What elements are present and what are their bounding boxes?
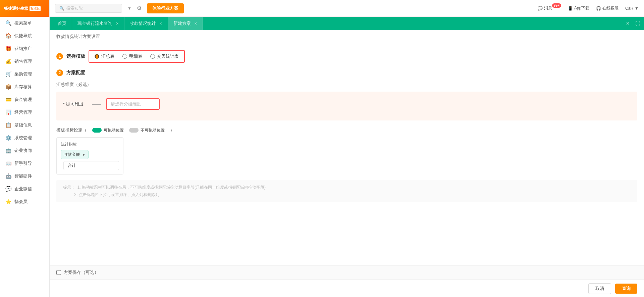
marketing-icon: 🎁: [5, 46, 12, 52]
sidebar-item-marketing[interactable]: 🎁 营销推广: [0, 42, 49, 55]
save-checkbox[interactable]: [56, 270, 61, 275]
sidebar-label-search-menu: 搜索菜单: [14, 20, 32, 26]
sidebar-item-purchase[interactable]: 🛒 采购管理: [0, 68, 49, 81]
maximize-icon[interactable]: ⛶: [634, 19, 641, 28]
sidebar-item-basic-info[interactable]: 📋 基础信息: [0, 119, 49, 132]
search-placeholder: 搜索功能: [66, 5, 83, 11]
app-download-label: App下载: [574, 5, 589, 11]
template-selector: 汇总表 明细表 交叉统计表: [89, 50, 185, 63]
sales-icon: 💰: [5, 58, 12, 64]
system-icon: ⚙️: [5, 135, 12, 141]
save-option-label: 方案保存（可选）: [64, 269, 99, 276]
search-menu-icon: 🔍: [5, 20, 12, 26]
tab-receipt-stat[interactable]: 收款情况统计 ✕: [124, 17, 168, 30]
sidebar-item-enterprise[interactable]: 🏢 企业协同: [0, 144, 49, 157]
sidebar-item-search-menu[interactable]: 🔍 搜索菜单: [0, 17, 49, 30]
message-button[interactable]: 💬 消息 99+: [538, 5, 561, 11]
trial-button[interactable]: 体验行业方案: [147, 3, 184, 13]
radio-detail-input[interactable]: [122, 54, 127, 59]
radio-detail[interactable]: 明细表: [122, 53, 142, 59]
sidebar-label-marketing: 营销推广: [14, 46, 32, 52]
summary-dimension: 汇总维度（必选） * 纵向维度 —— 请选择分组维度: [56, 82, 637, 120]
tab-receipt-stat-close[interactable]: ✕: [159, 21, 162, 26]
search-box[interactable]: 🔍 搜索功能: [55, 4, 122, 13]
sidebar-item-member[interactable]: ⭐ 畅会员: [0, 195, 49, 208]
message-icon: 💬: [538, 6, 543, 11]
sidebar-label-basic-info: 基础信息: [14, 122, 32, 128]
radio-cross-label: 交叉统计表: [157, 53, 179, 59]
user-name[interactable]: CaR ▼: [625, 6, 639, 11]
sidebar-label-guide: 新手引导: [14, 160, 32, 166]
sidebar-item-capital[interactable]: 💳 资金管理: [0, 93, 49, 106]
gear-icon[interactable]: ⚙: [137, 5, 142, 11]
quick-nav-icon: 🏠: [5, 33, 12, 39]
save-option: 方案保存（可选）: [50, 265, 644, 280]
close-window-icon[interactable]: ✕: [625, 19, 631, 28]
metrics-config-suffix: ）: [170, 127, 174, 133]
sidebar-item-system[interactable]: ⚙️ 系统管理: [0, 132, 49, 144]
fixed-item: 不可拖动位置: [129, 128, 165, 133]
tips-area: 提示： 1. 拖动标题栏可以调整布局，不可跨维度或指标区域拖动栏目字段(只能在同…: [56, 180, 637, 202]
dimension-arrow: ——: [92, 102, 101, 107]
form-area: 1 选择模板 汇总表 明细表 交叉统计表: [50, 43, 644, 265]
tab-bank-flow[interactable]: 现金银行流水查询 ✕: [72, 17, 124, 30]
breadcrumb: 收款情况统计方案设置: [56, 34, 100, 39]
radio-summary-input[interactable]: [95, 54, 99, 59]
capital-icon: 💳: [5, 97, 12, 103]
query-button[interactable]: 查询: [615, 284, 637, 294]
guide-icon: 📖: [5, 160, 12, 166]
sidebar-item-wechat[interactable]: 💬 企业微信: [0, 183, 49, 195]
sidebar-item-quick-nav[interactable]: 🏠 快捷导航: [0, 30, 49, 42]
fixed-label: 不可拖动位置: [141, 128, 165, 133]
online-service-button[interactable]: 🎧 在线客服: [596, 5, 619, 11]
summary-dimension-label: 汇总维度（必选）: [56, 82, 637, 88]
cancel-button[interactable]: 取消: [588, 283, 611, 294]
page-content: 收款情况统计方案设置 1 选择模板 汇总表 明细表: [50, 30, 644, 297]
step2-title: 方案配置: [66, 70, 85, 76]
tab-home-label: 首页: [58, 20, 66, 27]
wechat-icon: 💬: [5, 186, 12, 192]
sidebar-item-operation[interactable]: 📊 经营管理: [0, 106, 49, 119]
radio-cross-input[interactable]: [150, 54, 155, 59]
purchase-icon: 🛒: [5, 71, 12, 77]
tab-home[interactable]: 首页: [52, 17, 72, 30]
sidebar-item-sales[interactable]: 💰 销售管理: [0, 55, 49, 68]
radio-cross[interactable]: 交叉统计表: [150, 53, 179, 59]
tab-new-scheme[interactable]: 新建方案 ✕: [168, 17, 203, 30]
sidebar-label-inventory: 库存核算: [14, 84, 32, 90]
sidebar-label-operation: 经营管理: [14, 109, 32, 115]
step1-section: 1 选择模板 汇总表 明细表 交叉统计表: [56, 50, 637, 63]
tab-new-scheme-close[interactable]: ✕: [194, 21, 197, 26]
movable-indicator: 模板指标设定（ 可拖动位置 不可拖动位置 ）: [56, 127, 637, 133]
dimension-selector[interactable]: 请选择分组维度: [106, 98, 160, 110]
metrics-settings: 模板指标设定（ 可拖动位置 不可拖动位置 ） 统计指标: [56, 127, 637, 175]
step2-header: 2 方案配置: [56, 69, 637, 76]
sidebar-item-inventory[interactable]: 📦 库存核算: [0, 81, 49, 93]
logo-badge: 标准版: [30, 6, 41, 11]
service-icon: 🎧: [596, 6, 601, 11]
metric-tag-receipt[interactable]: 收款金额 ▼: [61, 150, 89, 159]
step2-section: 2 方案配置 汇总维度（必选） * 纵向维度 —— 请选择分组维度: [56, 69, 637, 202]
sidebar-label-quick-nav: 快捷导航: [14, 33, 32, 39]
sidebar-item-smart-hardware[interactable]: 🤖 智能硬件: [0, 170, 49, 183]
search-dropdown-icon[interactable]: ▼: [127, 6, 131, 11]
dimension-area: * 纵向维度 —— 请选择分组维度: [56, 92, 637, 120]
tab-bank-flow-close[interactable]: ✕: [116, 21, 119, 26]
vertical-dimension-row: * 纵向维度 —— 请选择分组维度: [63, 98, 631, 110]
vertical-label: * 纵向维度: [63, 101, 87, 107]
app-download-button[interactable]: 📱 App下载: [568, 5, 589, 11]
search-icon: 🔍: [59, 6, 64, 11]
sidebar-item-guide[interactable]: 📖 新手引导: [0, 157, 49, 170]
user-dropdown-icon: ▼: [635, 6, 639, 11]
fixed-box: [129, 128, 139, 133]
metric-dropdown-icon: ▼: [82, 153, 86, 157]
sidebar-label-smart-hardware: 智能硬件: [14, 173, 32, 179]
tabbar: 首页 现金银行流水查询 ✕ 收款情况统计 ✕ 新建方案 ✕ ✕ ⛶: [50, 17, 644, 30]
tabbar-controls: ✕ ⛶: [625, 19, 641, 28]
operation-icon: 📊: [5, 109, 12, 115]
metric-row: 收款金额 ▼: [61, 150, 119, 161]
basic-info-icon: 📋: [5, 122, 12, 128]
radio-summary[interactable]: 汇总表: [95, 53, 114, 59]
enterprise-icon: 🏢: [5, 148, 12, 154]
tab-receipt-stat-label: 收款情况统计: [130, 20, 156, 27]
